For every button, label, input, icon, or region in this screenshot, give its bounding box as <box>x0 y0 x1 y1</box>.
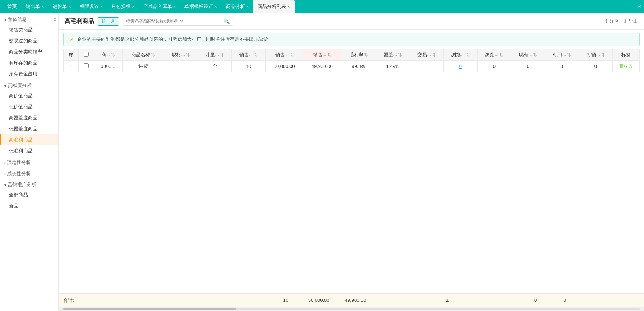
tip-icon: ☀ <box>69 36 74 42</box>
cell-gross-margin: 99.8% <box>341 61 376 72</box>
col-sales-qty[interactable]: 销售...⇅ <box>231 49 265 61</box>
sidebar: « ▾ 整体信息 销售类商品 交易过的商品 商品分类助销率 有库存的商品 库存资… <box>0 13 59 311</box>
sort-sales-profit-icon: ⇅ <box>327 52 331 57</box>
nav-product-analysis-list-close[interactable]: × <box>288 4 290 9</box>
col-code[interactable]: 商...⇅ <box>94 49 122 61</box>
search-icon[interactable]: 🔍 <box>223 18 230 24</box>
nav-sales-order-close[interactable]: × <box>42 4 44 9</box>
nav-product-inbound[interactable]: 产成品入库单 × <box>139 0 180 13</box>
sidebar-group-trend-arrow: › <box>4 161 6 165</box>
search-box: 🔍 <box>123 17 233 26</box>
content-header: 高毛利商品 近一月 🔍 ⤴ 分享 ⇩ 导出 <box>59 13 644 30</box>
export-button[interactable]: ⇩ 导出 <box>623 18 638 25</box>
nav-template-settings[interactable]: 单据模板设置 × <box>180 0 221 13</box>
sidebar-item-new-goods[interactable]: 新品 <box>0 200 58 211</box>
sort-sales-qty-icon: ⇅ <box>253 52 258 57</box>
cell-sales-profit: 49,900.00 <box>303 61 341 72</box>
nav-purchase-order[interactable]: 进货单 × <box>48 0 75 13</box>
footer-label: 合计: <box>63 297 74 304</box>
sidebar-item-high-margin[interactable]: 高毛利商品 <box>0 134 58 145</box>
col-browse2[interactable]: 浏览...⇅ <box>477 49 511 61</box>
sort-browse2-icon: ⇅ <box>499 52 503 57</box>
col-gross-margin[interactable]: 毛利率⇅ <box>341 49 376 61</box>
cell-checkbox[interactable] <box>79 61 94 72</box>
col-sales-amount[interactable]: 销售...⇅ <box>265 49 303 61</box>
sort-unit-icon: ⇅ <box>220 52 224 57</box>
footer-sales-qty: 10 <box>271 297 301 303</box>
sidebar-item-stock-capital[interactable]: 库存资金占用 <box>0 68 58 79</box>
nav-product-analysis-close[interactable]: × <box>247 4 249 9</box>
col-available-stock[interactable]: 可用...⇅ <box>545 49 579 61</box>
col-spec[interactable]: 规格...⇅ <box>164 49 198 61</box>
footer-sales-amount: 50,000.00 <box>301 297 337 303</box>
col-checkbox[interactable] <box>79 49 94 61</box>
sidebar-collapse-icon[interactable]: « <box>53 16 56 22</box>
sidebar-group-contribution[interactable]: ▾ 贡献度分析 <box>0 79 58 90</box>
sidebar-group-overall-arrow: ▾ <box>4 18 6 22</box>
sidebar-item-sales-goods[interactable]: 销售类商品 <box>0 24 58 35</box>
share-button[interactable]: ⤴ 分享 <box>605 18 619 25</box>
top-navigation: 首页 销售单 × 进货单 × 权限设置 × 角色授权 × 产成品入库单 × 单据… <box>0 0 644 13</box>
row-checkbox[interactable] <box>84 63 89 68</box>
cell-browse1[interactable]: 0 <box>443 61 477 72</box>
sidebar-item-traded-goods[interactable]: 交易过的商品 <box>0 35 58 46</box>
cell-code: 0000... <box>94 61 122 72</box>
nav-product-inbound-close[interactable]: × <box>173 4 176 9</box>
cell-index: 1 <box>64 61 79 72</box>
horizontal-scrollbar[interactable] <box>59 307 644 311</box>
cell-transaction: 1 <box>410 61 443 72</box>
nav-template-settings-close[interactable]: × <box>215 4 217 9</box>
col-current-stock[interactable]: 现有...⇅ <box>511 49 545 61</box>
sidebar-item-category-rate[interactable]: 商品分类助销率 <box>0 46 58 57</box>
footer-saleable-stock: 0 <box>550 297 580 303</box>
col-sales-profit[interactable]: 销售...⇅ <box>303 49 341 61</box>
sidebar-group-marketing[interactable]: ▾ 营销推广分析 <box>0 178 58 189</box>
nav-purchase-order-close[interactable]: × <box>68 4 71 9</box>
table-footer: 合计: 10 50,000.00 49,900.00 1 0 0 <box>59 293 644 307</box>
sidebar-group-growth[interactable]: › 成长性分析 <box>0 167 58 178</box>
col-tag[interactable]: 标签 <box>612 49 639 61</box>
sidebar-group-marketing-arrow: ▾ <box>4 183 6 187</box>
sidebar-item-high-coverage[interactable]: 高覆盖度商品 <box>0 112 58 123</box>
sort-coverage-icon: ⇅ <box>398 52 402 57</box>
search-input[interactable] <box>126 19 221 24</box>
nav-permission-settings[interactable]: 权限设置 × <box>75 0 107 13</box>
share-icon: ⤴ <box>605 19 608 24</box>
col-unit[interactable]: 计量...⇅ <box>198 49 231 61</box>
sort-name-icon: ⇅ <box>151 52 155 57</box>
nav-sales-order[interactable]: 销售单 × <box>21 0 48 13</box>
cell-coverage: 1.49% <box>376 61 410 72</box>
footer-sales-profit: 49,900.00 <box>337 297 374 303</box>
col-coverage[interactable]: 覆盖...⇅ <box>376 49 410 61</box>
nav-product-analysis-list[interactable]: 商品分析列表 × <box>253 0 294 13</box>
tip-text: 企业的主要的利润都是这部分商品创造的，可考虑加大推广，同时关注库存是不要出现缺货 <box>77 36 268 43</box>
select-all-checkbox[interactable] <box>84 52 89 57</box>
sidebar-item-high-value[interactable]: 高价值商品 <box>0 90 58 101</box>
cell-sales-amount: 50,000.00 <box>265 61 303 72</box>
sidebar-group-trend[interactable]: › 流趋性分析 <box>0 156 58 167</box>
cell-current-stock: 0 <box>511 61 545 72</box>
col-saleable-stock[interactable]: 可销...⇅ <box>579 49 612 61</box>
nav-home[interactable]: 首页 <box>3 0 21 13</box>
nav-role-auth[interactable]: 角色授权 × <box>107 0 138 13</box>
nav-role-auth-close[interactable]: × <box>132 4 134 9</box>
col-browse1[interactable]: 浏览...⇅ <box>443 49 477 61</box>
sidebar-item-stocked-goods[interactable]: 有库存的商品 <box>0 57 58 68</box>
sidebar-item-low-coverage[interactable]: 低覆盖度商品 <box>0 123 58 134</box>
sidebar-item-low-value[interactable]: 低价值商品 <box>0 101 58 112</box>
filter-period-button[interactable]: 近一月 <box>98 17 119 26</box>
sort-gross-margin-icon: ⇅ <box>364 52 368 57</box>
window-close-icon[interactable]: × <box>637 3 641 10</box>
col-transaction[interactable]: 交易...⇅ <box>410 49 443 61</box>
sidebar-item-all-goods[interactable]: 全部商品 <box>0 189 58 200</box>
sidebar-group-overall[interactable]: ▾ 整体信息 <box>0 13 58 24</box>
nav-permission-settings-close[interactable]: × <box>100 4 102 9</box>
nav-product-analysis[interactable]: 商品分析 × <box>222 0 253 13</box>
cell-unit: 个 <box>198 61 231 72</box>
sidebar-item-low-margin[interactable]: 低毛利商品 <box>0 145 58 156</box>
scroll-thumb[interactable] <box>63 308 236 310</box>
scroll-track <box>63 308 640 310</box>
tip-banner: ☀ 企业的主要的利润都是这部分商品创造的，可考虑加大推广，同时关注库存是不要出现… <box>63 33 640 46</box>
col-name[interactable]: 商品名称⇅ <box>122 49 164 61</box>
col-index: 序 <box>64 49 79 61</box>
